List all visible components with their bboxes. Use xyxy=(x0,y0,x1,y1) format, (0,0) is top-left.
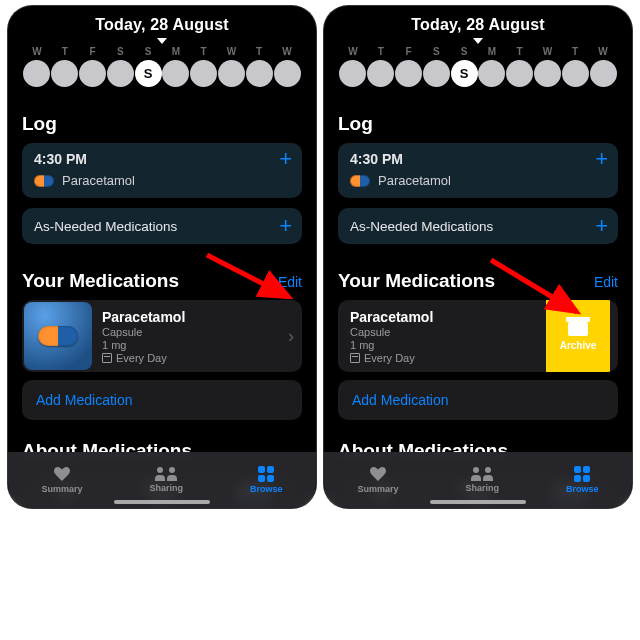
medication-schedule: Every Day xyxy=(102,352,284,364)
day-dot[interactable] xyxy=(274,60,301,87)
log-med-name: Paracetamol xyxy=(62,173,135,188)
as-needed-card[interactable]: As-Needed Medications + xyxy=(22,208,302,244)
medication-schedule: Every Day xyxy=(350,352,546,364)
phone-screen-left: Today, 28 August W T F S S M T W T W S xyxy=(8,6,316,508)
medication-thumbnail xyxy=(24,302,92,370)
add-as-needed-button[interactable]: + xyxy=(595,218,608,234)
add-dose-button[interactable]: + xyxy=(279,151,292,167)
weekday-letter: W xyxy=(340,46,366,57)
calendar-icon xyxy=(102,353,112,363)
capsule-icon xyxy=(34,175,54,187)
medication-name: Paracetamol xyxy=(350,309,546,325)
log-heading: Log xyxy=(338,113,618,135)
add-medication-button[interactable]: Add Medication xyxy=(22,380,302,420)
as-needed-label: As-Needed Medications xyxy=(34,219,177,234)
edit-button[interactable]: Edit xyxy=(278,274,302,290)
edit-button[interactable]: Edit xyxy=(594,274,618,290)
calendar-icon xyxy=(350,353,360,363)
weekday-letter: T xyxy=(52,46,78,57)
date-title: Today, 28 August xyxy=(338,16,618,34)
weekday-letter: F xyxy=(396,46,422,57)
day-dot-selected[interactable]: S xyxy=(451,60,478,87)
heart-icon xyxy=(53,466,71,482)
medication-form: Capsule xyxy=(102,326,284,338)
day-dot[interactable] xyxy=(107,60,134,87)
your-medications-heading: Your Medications xyxy=(22,270,179,292)
day-dot[interactable] xyxy=(395,60,422,87)
tab-sharing[interactable]: Sharing xyxy=(149,467,183,493)
log-heading: Log xyxy=(22,113,302,135)
weekday-letter: M xyxy=(479,46,505,57)
capsule-icon xyxy=(38,326,78,346)
day-dot[interactable] xyxy=(423,60,450,87)
weekday-letter: T xyxy=(562,46,588,57)
weekday-letter: F xyxy=(80,46,106,57)
weekday-letter: W xyxy=(590,46,616,57)
tab-summary[interactable]: Summary xyxy=(41,466,82,494)
weekday-letter: S xyxy=(451,46,477,57)
home-indicator[interactable] xyxy=(430,500,526,504)
weekday-letter: S xyxy=(107,46,133,57)
chevron-right-icon: › xyxy=(288,326,294,347)
caret-down-icon xyxy=(473,38,483,44)
day-dot[interactable] xyxy=(190,60,217,87)
day-dot[interactable] xyxy=(506,60,533,87)
comparison-canvas: Today, 28 August W T F S S M T W T W S xyxy=(0,0,640,640)
day-dot[interactable] xyxy=(562,60,589,87)
tab-sharing[interactable]: Sharing xyxy=(465,467,499,493)
tab-browse[interactable]: Browse xyxy=(566,466,599,494)
day-dot[interactable] xyxy=(23,60,50,87)
caret-down-icon xyxy=(157,38,167,44)
day-dot[interactable] xyxy=(478,60,505,87)
weekday-letter: W xyxy=(274,46,300,57)
day-dot[interactable] xyxy=(79,60,106,87)
medication-strength: 1 mg xyxy=(350,339,546,351)
add-dose-button[interactable]: + xyxy=(595,151,608,167)
grid-icon xyxy=(258,466,274,482)
day-dot[interactable] xyxy=(590,60,617,87)
weekday-letter: M xyxy=(163,46,189,57)
as-needed-card[interactable]: As-Needed Medications + xyxy=(338,208,618,244)
weekday-letter: T xyxy=(368,46,394,57)
day-dot[interactable] xyxy=(162,60,189,87)
grid-icon xyxy=(574,466,590,482)
people-icon xyxy=(471,467,493,481)
log-card[interactable]: 4:30 PM + Paracetamol xyxy=(338,143,618,198)
your-medications-heading: Your Medications xyxy=(338,270,495,292)
archive-label: Archive xyxy=(560,340,597,351)
day-dot[interactable] xyxy=(218,60,245,87)
weekday-letter: W xyxy=(218,46,244,57)
day-dot[interactable] xyxy=(246,60,273,87)
tab-summary[interactable]: Summary xyxy=(357,466,398,494)
weekday-letter: T xyxy=(246,46,272,57)
weekday-letters: W T F S S M T W T W xyxy=(338,46,618,57)
phone-screen-right: Today, 28 August W T F S S M T W T W S xyxy=(324,6,632,508)
day-dot[interactable] xyxy=(339,60,366,87)
log-card[interactable]: 4:30 PM + Paracetamol xyxy=(22,143,302,198)
home-indicator[interactable] xyxy=(114,500,210,504)
archive-button[interactable]: Archive xyxy=(546,300,610,372)
weekday-letter: S xyxy=(423,46,449,57)
add-as-needed-button[interactable]: + xyxy=(279,218,292,234)
day-dot-selected[interactable]: S xyxy=(135,60,162,87)
day-dot[interactable] xyxy=(367,60,394,87)
log-med-name: Paracetamol xyxy=(378,173,451,188)
as-needed-label: As-Needed Medications xyxy=(350,219,493,234)
medication-row-swiped[interactable]: Paracetamol Capsule 1 mg Every Day › Arc… xyxy=(338,300,618,372)
weekday-letter: W xyxy=(24,46,50,57)
medication-row[interactable]: Paracetamol Capsule 1 mg Every Day › xyxy=(22,300,302,372)
day-dot[interactable] xyxy=(51,60,78,87)
weekday-letter: W xyxy=(534,46,560,57)
add-medication-button[interactable]: Add Medication xyxy=(338,380,618,420)
medication-name: Paracetamol xyxy=(102,309,284,325)
weekday-letter: T xyxy=(507,46,533,57)
weekday-letters: W T F S S M T W T W xyxy=(22,46,302,57)
capsule-icon xyxy=(350,175,370,187)
date-title: Today, 28 August xyxy=(22,16,302,34)
tab-browse[interactable]: Browse xyxy=(250,466,283,494)
week-strip[interactable]: S xyxy=(22,60,302,87)
log-time: 4:30 PM xyxy=(350,151,403,167)
day-dot[interactable] xyxy=(534,60,561,87)
weekday-letter: S xyxy=(135,46,161,57)
week-strip[interactable]: S xyxy=(338,60,618,87)
